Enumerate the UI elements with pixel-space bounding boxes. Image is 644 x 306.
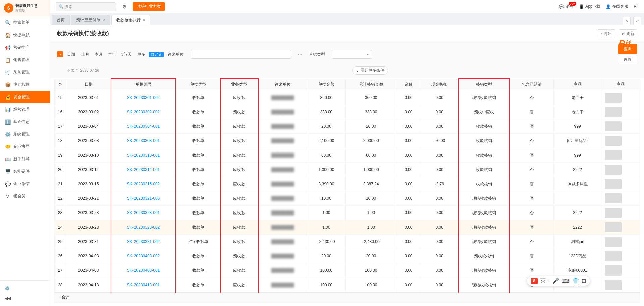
- ime-chinese-btn[interactable]: 英: [540, 277, 546, 284]
- td-verified: 100.00: [346, 278, 396, 293]
- td-discount: 0.00: [421, 263, 458, 278]
- td-date: 2023-03-31: [66, 235, 111, 249]
- td-amount: 100.00: [307, 263, 346, 278]
- sidebar-item-quick[interactable]: 🏠快捷导航: [0, 29, 50, 41]
- filter-date-this-year[interactable]: 本年: [106, 51, 118, 58]
- sidebar-item-search[interactable]: 🔍搜索菜单: [0, 16, 50, 29]
- bill-no-link[interactable]: SK-20230308-001: [127, 138, 160, 143]
- bill-no-link[interactable]: SK-20230328-001: [127, 210, 160, 215]
- sidebar-bottom-collapse[interactable]: ◀◀: [0, 293, 50, 303]
- ime-mic-btn[interactable]: 🎤: [552, 278, 559, 284]
- td-amount: -2,430.00: [307, 235, 346, 249]
- rit-badge: Rit: [619, 38, 631, 49]
- bill-no-link[interactable]: SK-20230310-001: [127, 153, 160, 158]
- filter-date-last-month[interactable]: 上月: [79, 51, 91, 58]
- content-area: 收款核销执行(按收款) ↑ 导出 ↺ 刷新 » 日期 上月 本月: [50, 25, 644, 306]
- tab-receipt[interactable]: 收款核销执行 ✕: [111, 15, 150, 25]
- marketing-icon: 📢: [5, 45, 11, 50]
- ime-keyboard-btn[interactable]: ⌨: [562, 278, 570, 284]
- td-amount: 10.00: [307, 191, 346, 206]
- sidebar-item-enterprise[interactable]: 🤝企业协同: [0, 140, 50, 153]
- filter-date-this-month[interactable]: 本月: [93, 51, 105, 58]
- td-verify-type: 收款核销: [459, 119, 509, 134]
- bill-no-link[interactable]: SK-20230408-001: [127, 268, 160, 273]
- td-no: 17: [55, 119, 66, 134]
- td-bill-no: SK-20230321-003: [111, 191, 176, 206]
- bill-no-link[interactable]: SK-20230304-001: [127, 124, 160, 129]
- sidebar-item-guide[interactable]: 📖新手引导: [0, 153, 50, 165]
- filter-setting-button[interactable]: 设置: [618, 55, 637, 64]
- app-download-button[interactable]: 📱 App下载: [579, 4, 600, 9]
- td-verified: 60.00: [346, 148, 396, 163]
- sidebar-item-system[interactable]: ⚙️系统管理: [0, 128, 50, 140]
- filter-date-7days[interactable]: 近7天: [119, 51, 134, 58]
- bill-no-link[interactable]: SK-20230328-002: [127, 225, 160, 230]
- sidebar-item-label: 企业微信: [13, 181, 30, 187]
- export-button[interactable]: ↑ 导出: [598, 29, 615, 38]
- th-included: 包含已结清: [509, 79, 554, 90]
- tab-receipt-close[interactable]: ✕: [143, 18, 145, 22]
- filter-dots[interactable]: ···: [298, 51, 302, 57]
- tab-close-btn[interactable]: ✕: [623, 17, 631, 25]
- solution-button[interactable]: 体验行业方案: [133, 2, 165, 11]
- filter-date-custom[interactable]: 自定义: [149, 52, 164, 57]
- sidebar-item-finance[interactable]: 💰资金管理: [0, 91, 50, 103]
- tab-actions: ✕ ⤢: [620, 17, 644, 25]
- filter-date-more[interactable]: 更多: [135, 51, 147, 58]
- td-bill-type: 收款单: [176, 163, 220, 177]
- td-bill-no: SK-20230328-002: [111, 220, 176, 235]
- ime-grid-btn[interactable]: ⊞: [582, 278, 586, 284]
- tab-bar: 首页 预计应应付单 ✕ 收款核销执行 ✕ ✕ ⤢: [50, 13, 644, 25]
- sidebar-item-purchase[interactable]: 🛒采购管理: [0, 66, 50, 78]
- message-button[interactable]: 💬 消息 99+: [559, 4, 574, 9]
- gear-icon[interactable]: ⚙: [120, 2, 129, 11]
- bill-no-link[interactable]: SK-20230302-002: [127, 110, 160, 114]
- sidebar-item-operation[interactable]: 📊经营管理: [0, 103, 50, 116]
- tab-payable[interactable]: 预计应应付单 ✕: [71, 15, 110, 25]
- bill-no-link[interactable]: SK-20230315-002: [127, 182, 160, 186]
- sidebar-item-inventory[interactable]: 📦库存核算: [0, 78, 50, 91]
- sidebar-bottom-settings[interactable]: ⚙️: [0, 283, 50, 293]
- td-balance: 0.00: [396, 119, 421, 134]
- expand-more-btn[interactable]: ∨ 展开更多条件: [352, 66, 388, 75]
- td-product2: [601, 206, 640, 220]
- header-search-box[interactable]: 🔍: [56, 2, 116, 11]
- filter-partner-input[interactable]: [191, 50, 291, 59]
- tab-expand-btn[interactable]: ⤢: [633, 17, 641, 25]
- table-row: 16 2023-03-02 SK-20230302-002 收款单 预收款 ██…: [55, 105, 640, 119]
- tab-payable-close[interactable]: ✕: [102, 18, 105, 22]
- td-bill-no: SK-20230328-001: [111, 206, 176, 220]
- sidebar-item-basic[interactable]: ℹ️基础信息: [0, 116, 50, 128]
- sidebar-item-hardware[interactable]: 🖥️智能硬件: [0, 165, 50, 178]
- ime-shirt-btn[interactable]: 👕: [572, 278, 579, 284]
- filter-toggle-icon[interactable]: »: [57, 51, 63, 57]
- th-gear[interactable]: ⚙: [55, 79, 66, 90]
- search-input[interactable]: [65, 5, 113, 9]
- sidebar-item-member[interactable]: V畅会员: [0, 190, 50, 202]
- td-balance: 0.00: [396, 235, 421, 249]
- table-header-row: ⚙ 日期 单据编号 单据类型 业务类型 往来单位 单据金额 累计核销金额 余额 …: [55, 79, 640, 90]
- td-biz-type: 应收款: [220, 119, 258, 134]
- filter-bill-type-select[interactable]: [332, 50, 372, 59]
- tab-home[interactable]: 首页: [52, 15, 70, 25]
- bill-no-link[interactable]: SK-20230331-002: [127, 239, 160, 244]
- ime-dot-btn[interactable]: ·: [548, 278, 550, 284]
- online-service-button[interactable]: 👤 在线客服: [606, 4, 628, 9]
- bill-no-link[interactable]: SK-20230301-002: [127, 95, 160, 100]
- td-no: 26: [55, 249, 66, 263]
- sidebar-item-wechat[interactable]: 💬企业微信: [0, 178, 50, 190]
- bill-no-link[interactable]: SK-20230403-002: [127, 254, 160, 258]
- table-row: 21 2023-03-15 SK-20230315-002 收款单 应收款 ██…: [55, 177, 640, 191]
- bill-no-link[interactable]: SK-20230418-001: [127, 283, 160, 287]
- refresh-button[interactable]: ↺ 刷新: [619, 29, 637, 38]
- page-title: 收款核销执行(按收款): [57, 30, 109, 37]
- sidebar-item-sales[interactable]: 📋销售管理: [0, 54, 50, 66]
- user-avatar[interactable]: Rit: [634, 4, 639, 9]
- sidebar-item-label: 企业协同: [13, 144, 30, 149]
- td-verified: 1.00: [346, 220, 396, 235]
- bill-no-link[interactable]: SK-20230321-003: [127, 196, 160, 201]
- bill-no-link[interactable]: SK-20230314-001: [127, 167, 160, 172]
- sidebar-item-marketing[interactable]: 📢营销推广: [0, 41, 50, 54]
- main-area: 🔍 ⚙ 体验行业方案 💬 消息 99+ 📱 App下载 👤 在线客服 Rit 首…: [50, 0, 644, 306]
- td-verified: 20.00: [346, 119, 396, 134]
